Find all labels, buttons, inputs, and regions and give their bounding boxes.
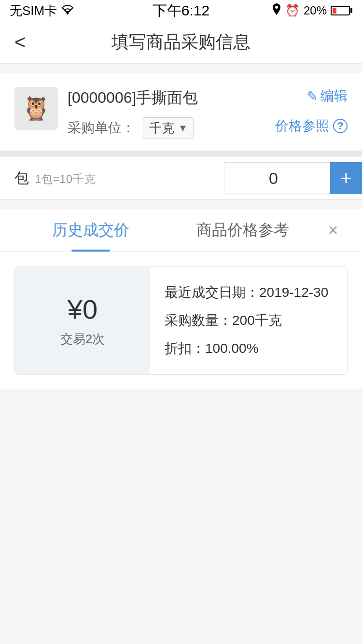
history-content: ¥0 交易2次 最近成交日期：2019-12-30 采购数量：200千克 折扣：… — [0, 252, 362, 389]
status-bar: 无SIM卡 下午6:12 ⏰ 20% — [0, 0, 362, 21]
discount-row: 折扣：100.00% — [165, 338, 333, 359]
edit-button[interactable]: ✎ 编辑 — [306, 87, 348, 105]
carrier-text: 无SIM卡 — [10, 2, 57, 19]
quantity-unit-name: 包 — [14, 168, 29, 188]
quantity-input[interactable] — [224, 162, 330, 194]
product-card: 🦉 [0000006]手撕面包 采购单位： 千克 ▼ ✎ 编辑 价格参照 — [0, 73, 362, 151]
status-right: ⏰ 20% — [272, 3, 352, 18]
tab-active-underline — [71, 250, 110, 252]
location-icon — [272, 3, 281, 18]
product-name: [0000006]手撕面包 — [68, 87, 275, 109]
price-left-panel: ¥0 交易2次 — [15, 267, 150, 374]
tab-close-button[interactable]: × — [319, 216, 348, 245]
page-title: 填写商品采购信息 — [111, 30, 251, 54]
tab-section: 历史成交价 商品价格参考 × ¥0 交易2次 最近成交日期：2019-12-30… — [0, 210, 362, 389]
recent-date-row: 最近成交日期：2019-12-30 — [165, 282, 333, 303]
alarm-icon: ⏰ — [285, 4, 300, 17]
price-right-panel: 最近成交日期：2019-12-30 采购数量：200千克 折扣：100.00% — [150, 267, 347, 374]
price-amount: ¥0 — [68, 294, 97, 325]
recent-date-value: 2019-12-30 — [259, 285, 328, 300]
nav-bar: < 填写商品采购信息 — [0, 21, 362, 64]
tab-history-price[interactable]: 历史成交价 — [14, 210, 167, 252]
unit-value: 千克 — [149, 120, 174, 137]
price-card: ¥0 交易2次 最近成交日期：2019-12-30 采购数量：200千克 折扣：… — [14, 266, 348, 375]
recent-date-label: 最近成交日期： — [165, 285, 259, 300]
wifi-icon — [61, 3, 74, 18]
dropdown-arrow-icon: ▼ — [178, 123, 188, 134]
svg-point-0 — [67, 13, 69, 14]
status-time: 下午6:12 — [153, 1, 209, 21]
battery-icon — [331, 6, 352, 15]
tab-product-price-ref[interactable]: 商品价格参考 — [167, 210, 319, 252]
battery-percent: 20% — [304, 4, 327, 17]
price-trades: 交易2次 — [60, 331, 105, 348]
edit-label: 编辑 — [320, 87, 348, 105]
product-thumbnail: 🦉 — [14, 87, 58, 130]
discount-value: 100.00% — [205, 341, 259, 356]
unit-label: 采购单位： — [68, 119, 135, 137]
quantity-conversion: 1包=10千克 — [35, 171, 96, 187]
quantity-plus-button[interactable]: + — [330, 162, 362, 194]
help-label: ? — [337, 120, 343, 132]
tab-bar: 历史成交价 商品价格参考 × — [0, 210, 362, 252]
quantity-detail-value: 200千克 — [232, 313, 282, 328]
help-icon: ? — [333, 119, 348, 133]
divider — [0, 151, 362, 156]
edit-icon: ✎ — [306, 88, 318, 104]
price-ref-label: 价格参照 — [275, 117, 329, 135]
product-info: [0000006]手撕面包 采购单位： 千克 ▼ — [68, 87, 275, 139]
quantity-section: 包 1包=10千克 + — [0, 157, 362, 200]
unit-select[interactable]: 千克 ▼ — [143, 117, 194, 139]
purchase-quantity-row: 采购数量：200千克 — [165, 310, 333, 331]
status-left: 无SIM卡 — [10, 2, 74, 19]
quantity-detail-label: 采购数量： — [165, 313, 232, 328]
discount-label: 折扣： — [165, 341, 205, 356]
back-button[interactable]: < — [14, 31, 43, 53]
product-logo-icon: 🦉 — [22, 95, 51, 122]
price-reference-button[interactable]: 价格参照 ? — [275, 117, 348, 135]
bottom-area — [0, 389, 362, 644]
